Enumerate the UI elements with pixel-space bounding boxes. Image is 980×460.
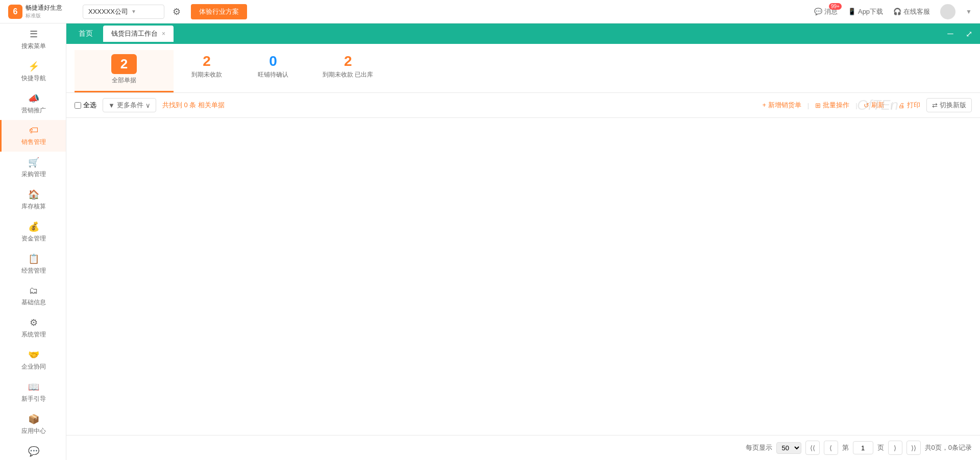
- page-label: 第: [842, 443, 849, 452]
- tab-bar: 首页 钱货日清工作台 × ─ ⤢: [66, 23, 980, 44]
- result-unit: 条: [189, 101, 196, 109]
- headset-icon: 🎧: [893, 8, 901, 15]
- pagination: 每页显示 50 ⟨⟨ ⟨ 第 页 ⟩ ⟩⟩ 共0页，0条记录: [66, 435, 980, 460]
- sidebar-item-marketing[interactable]: 📣 营销推广: [0, 88, 66, 120]
- add-sales-order-button[interactable]: + 新增销货单: [763, 101, 801, 110]
- search-menu-icon: ☰: [30, 29, 38, 40]
- company-name: XXXXXX公司: [88, 7, 128, 16]
- stat-tab-overdue[interactable]: 2 到期未收款: [174, 50, 240, 92]
- tab-active[interactable]: 钱货日清工作台 ×: [103, 26, 174, 42]
- print-button[interactable]: 🖨 打印: [898, 101, 920, 110]
- total-label: 共0页，0条记录: [925, 443, 972, 452]
- sidebar-item-base-info[interactable]: 🗂 基础信息: [0, 280, 66, 312]
- last-page-button[interactable]: ⟩⟩: [906, 441, 921, 455]
- wecom-icon: 💬: [28, 446, 39, 457]
- sidebar-item-quicknav[interactable]: ⚡ 快捷导航: [0, 56, 66, 88]
- print-icon: 🖨: [898, 102, 905, 109]
- page-number-input[interactable]: [853, 441, 873, 454]
- app-download-item[interactable]: 📱 App下载: [848, 7, 883, 16]
- sidebar-item-cooperation[interactable]: 🤝 企业协同: [0, 344, 66, 376]
- operations-icon: 📋: [28, 253, 39, 264]
- refresh-button[interactable]: ↺ 刷新: [864, 101, 885, 110]
- refresh-label: 刷新: [871, 101, 885, 110]
- tab-close-icon[interactable]: ×: [162, 30, 165, 37]
- sidebar-item-purchase[interactable]: 🛒 采购管理: [0, 152, 66, 184]
- sidebar-item-app-center[interactable]: 📦 应用中心: [0, 408, 66, 441]
- filter-icon: ▼: [108, 102, 115, 109]
- sidebar-item-label: 库存核算: [21, 202, 46, 211]
- sidebar-item-search[interactable]: ☰ 搜索菜单: [0, 23, 66, 56]
- toolbar-result: 共找到 0 条 相关单据: [162, 101, 225, 110]
- page-content: 2 全部单据 2 到期未收款 0 旺铺待确认 2 到期未收款 已出库: [66, 44, 980, 460]
- sidebar-item-label: 搜索菜单: [21, 42, 46, 51]
- sidebar-item-label: 销售管理: [21, 138, 46, 147]
- sidebar-item-label: 资金管理: [21, 234, 46, 243]
- avatar[interactable]: [940, 4, 955, 19]
- filter-button[interactable]: ▼ 更多条件 ∨: [103, 98, 156, 112]
- app-download-label: App下载: [858, 7, 883, 16]
- filter-label: 更多条件: [117, 101, 143, 110]
- sidebar-item-label: 营销推广: [21, 106, 46, 115]
- stat-tab-wangpu[interactable]: 0 旺铺待确认: [240, 50, 306, 92]
- inventory-icon: 🏠: [28, 189, 39, 200]
- stat-tab-all[interactable]: 2 全部单据: [75, 50, 174, 92]
- sidebar-item-label: 应用中心: [21, 427, 46, 435]
- select-all-checkbox[interactable]: 全选: [75, 101, 96, 110]
- print-label: 打印: [907, 101, 920, 110]
- settings-button[interactable]: ⚙: [168, 4, 185, 20]
- logo-icon: 6: [8, 5, 22, 19]
- sidebar-item-operations[interactable]: 📋 经营管理: [0, 248, 66, 280]
- tab-expand-button[interactable]: ⤢: [962, 27, 976, 41]
- sidebar-item-label: 基础信息: [21, 298, 46, 307]
- prev-page-button[interactable]: ⟨: [824, 441, 838, 455]
- sidebar-item-inventory[interactable]: 🏠 库存核算: [0, 184, 66, 216]
- divider: |: [807, 102, 809, 109]
- batch-operation-button[interactable]: ⊞ 批量操作: [815, 101, 849, 110]
- online-service-item[interactable]: 🎧 在线客服: [893, 7, 930, 16]
- stat-wangpu-num: 0: [269, 54, 277, 68]
- system-icon: ⚙: [30, 317, 38, 328]
- marketing-icon: 📣: [28, 93, 39, 104]
- tab-home[interactable]: 首页: [70, 23, 101, 44]
- sidebar-item-wecom[interactable]: 💬 企业微信: [0, 441, 66, 460]
- first-page-button[interactable]: ⟨⟨: [805, 441, 820, 455]
- main-content: 首页 钱货日清工作台 × ─ ⤢ 2 全部单据 2: [66, 23, 980, 460]
- stat-overdue-label: 到期未收款: [191, 70, 222, 79]
- divider3: |: [891, 102, 892, 109]
- sidebar-item-system[interactable]: ⚙ 系统管理: [0, 312, 66, 344]
- sidebar-item-label: 经营管理: [21, 267, 46, 275]
- sidebar-item-sales[interactable]: 🏷 销售管理: [0, 120, 66, 152]
- switch-label: 切换新版: [940, 101, 966, 110]
- tab-label: 钱货日清工作台: [111, 29, 158, 38]
- select-all-label: 全选: [83, 101, 96, 110]
- table-area: [66, 118, 980, 435]
- message-item[interactable]: 💬 消息 99+: [814, 7, 838, 16]
- main-layout: ☰ 搜索菜单 ⚡ 快捷导航 📣 营销推广 🏷 销售管理 🛒 采购管理 🏠 库存核…: [0, 23, 980, 460]
- tab-minimize-button[interactable]: ─: [943, 27, 958, 41]
- sidebar-item-guide[interactable]: 📖 新手引导: [0, 376, 66, 408]
- download-icon: 📱: [848, 8, 856, 15]
- sidebar-item-label: 新手引导: [21, 395, 46, 403]
- company-arrow-icon: ▼: [131, 9, 136, 14]
- sidebar-item-finance[interactable]: 💰 资金管理: [0, 216, 66, 248]
- result-prefix: 共找到: [162, 101, 182, 109]
- per-page-label: 每页显示: [746, 443, 772, 452]
- logo-text: 畅捷通好生意 标准版: [26, 4, 62, 19]
- sidebar-item-label: 系统管理: [21, 330, 46, 339]
- company-selector[interactable]: XXXXXX公司 ▼: [83, 5, 164, 19]
- per-page-select[interactable]: 50: [776, 442, 801, 454]
- guide-icon: 📖: [28, 381, 39, 393]
- stat-overdue-num: 2: [203, 54, 211, 68]
- stat-all-label: 全部单据: [112, 76, 136, 85]
- stat-tab-unshipped[interactable]: 2 到期未收款 已出库: [306, 50, 389, 92]
- switch-version-button[interactable]: ⇄ 切换新版: [926, 98, 972, 112]
- select-all-input[interactable]: [75, 102, 81, 109]
- filter-arrow-icon: ∨: [145, 102, 151, 109]
- batch-icon: ⊞: [815, 102, 821, 109]
- next-page-button[interactable]: ⟩: [888, 441, 902, 455]
- trial-button[interactable]: 体验行业方案: [191, 4, 247, 19]
- sidebar-item-label: 采购管理: [21, 170, 46, 179]
- online-service-label: 在线客服: [903, 7, 930, 16]
- batch-label: 批量操作: [823, 101, 849, 110]
- page-suffix: 页: [877, 443, 884, 452]
